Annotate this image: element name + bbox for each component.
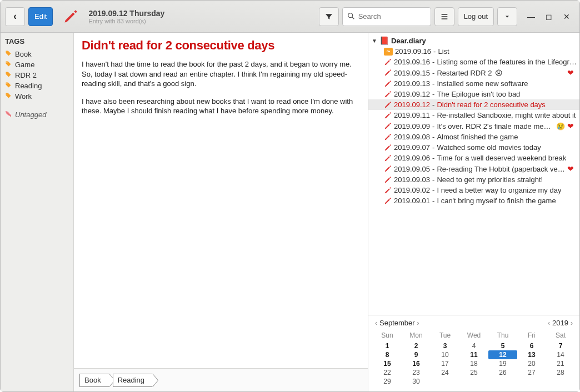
toolbar: ‹ Edit 2019.09.12 Thursday Entry with 83…	[1, 1, 579, 33]
calendar-dow: Sun	[373, 329, 402, 341]
svg-point-2	[7, 52, 8, 53]
search-field[interactable]	[342, 7, 431, 26]
calendar-day[interactable]: 10	[431, 350, 459, 359]
entry-list-item[interactable]: 2019.09.16 - Listing some of the feature…	[368, 57, 579, 67]
entry-list-item[interactable]: 2019.09.12 - Didn't read for 2 consecuti…	[368, 99, 579, 110]
tag-icon	[5, 92, 12, 100]
back-button[interactable]: ‹	[5, 7, 25, 26]
tag-item[interactable]: Reading	[4, 81, 70, 91]
entry-date-title: 2019.09.12 Thursday	[88, 9, 164, 18]
tag-label: Reading	[15, 82, 42, 90]
calendar-day[interactable]: 25	[459, 368, 488, 377]
entry-list-item[interactable]: 2019.09.06 - Time for a well deserved we…	[368, 153, 579, 163]
close-button[interactable]: ✕	[563, 13, 571, 21]
tag-icon	[5, 50, 12, 58]
prev-year-button[interactable]: ‹	[546, 319, 552, 327]
untagged-item[interactable]: Untagged	[4, 109, 70, 120]
calendar-day[interactable]: 5	[488, 341, 517, 350]
pencil-icon	[384, 91, 392, 98]
entry-list-item[interactable]: 2019.09.13 - Installed some new software	[368, 78, 579, 89]
tag-item[interactable]: Book	[4, 49, 70, 59]
applied-tag-chip[interactable]: Reading	[113, 374, 153, 387]
calendar-day[interactable]: 19	[488, 359, 517, 368]
tag-item[interactable]: RDR 2	[4, 70, 70, 81]
next-year-button[interactable]: ›	[568, 319, 575, 327]
calendar-day[interactable]: 27	[517, 368, 546, 377]
entry-list-item[interactable]: 2019.09.12 - The Epilogue isn't too bad	[368, 89, 579, 99]
calendar-day[interactable]: 1	[373, 341, 402, 350]
calendar-day[interactable]: 13	[517, 350, 546, 359]
calendar-day[interactable]: 2	[402, 341, 431, 350]
entry-date: 2019.09.05	[394, 165, 430, 173]
calendar-day[interactable]: 24	[431, 368, 459, 377]
applied-tag-chip[interactable]: Book	[79, 374, 109, 387]
edit-button[interactable]: Edit	[28, 7, 53, 26]
entry-list-item[interactable]: 2019.09.03 - Need to get my priorities s…	[368, 174, 579, 185]
diary-root[interactable]: ▼ 📕 Dear.diary	[368, 35, 579, 46]
calendar-day[interactable]: 22	[373, 368, 402, 377]
calendar-day[interactable]: 26	[488, 368, 517, 377]
entry-list-item[interactable]: 2019.09.05 - Re-reading The Hobbit (pape…	[368, 163, 579, 174]
entry-content[interactable]: Didn't read for 2 consecutive days I hav…	[74, 33, 368, 368]
calendar-day[interactable]: 23	[402, 368, 431, 377]
calendar-day[interactable]: 17	[431, 359, 459, 368]
calendar-day[interactable]: 20	[517, 359, 546, 368]
calendar-day[interactable]: 6	[517, 341, 546, 350]
tag-item[interactable]: Work	[4, 91, 70, 102]
tag-label: Book	[15, 50, 32, 58]
logout-menu-button[interactable]	[497, 7, 517, 26]
entry-date: 2019.09.03	[394, 175, 430, 184]
calendar-month[interactable]: September	[379, 319, 415, 327]
entry-title: Installed some new software	[437, 79, 528, 88]
pencil-icon	[384, 122, 392, 130]
tag-icon	[5, 61, 12, 69]
calendar-day[interactable]: 16	[402, 359, 431, 368]
tag-item[interactable]: Game	[4, 59, 70, 70]
next-month-button[interactable]: ›	[415, 319, 422, 327]
tag-icon	[5, 71, 12, 79]
entry-list-item[interactable]: 2019.09.07 - Watched some old movies tod…	[368, 142, 579, 153]
entry-list-item[interactable]: 2019.09.11 - Re-installed Sandboxie, mig…	[368, 110, 579, 120]
calendar-dow: Mon	[402, 329, 431, 341]
list-icon: ~	[384, 48, 393, 56]
calendar-day[interactable]: 15	[373, 359, 402, 368]
minimize-button[interactable]: —	[527, 13, 535, 21]
calendar-year[interactable]: 2019	[552, 319, 568, 327]
entry-list-item[interactable]: ~2019.09.16 - List	[368, 46, 579, 57]
calendar-day[interactable]: 3	[431, 341, 459, 350]
calendar-day[interactable]: 12	[488, 350, 517, 359]
calendar-day[interactable]: 7	[546, 341, 575, 350]
calendar-day[interactable]: 29	[373, 377, 402, 386]
search-input[interactable]	[342, 7, 431, 26]
menu-button[interactable]	[434, 7, 454, 26]
app-window: ‹ Edit 2019.09.12 Thursday Entry with 83…	[0, 0, 580, 392]
entry-heading: Didn't read for 2 consecutive days	[82, 38, 360, 53]
prev-month-button[interactable]: ‹	[373, 319, 379, 327]
calendar-day[interactable]: 4	[459, 341, 488, 350]
calendar-day[interactable]: 9	[402, 350, 431, 359]
entry-list-item[interactable]: 2019.09.09 - It's over. RDR 2's finale m…	[368, 120, 579, 132]
pencil-icon	[384, 58, 392, 66]
calendar-day[interactable]: 18	[459, 359, 488, 368]
calendar-day[interactable]: 11	[459, 350, 488, 359]
logout-button[interactable]: Log out	[458, 7, 494, 26]
heart-icon: ❤	[567, 122, 577, 130]
pencil-icon	[384, 144, 392, 152]
pencil-icon	[384, 80, 392, 88]
calendar-day[interactable]: 21	[546, 359, 575, 368]
entry-list-item[interactable]: 2019.09.01 - I can't bring myself to fin…	[368, 195, 579, 206]
maximize-button[interactable]: ◻	[545, 13, 553, 21]
filter-button[interactable]	[319, 7, 339, 26]
pencil-icon	[384, 187, 392, 194]
pencil-icon	[384, 197, 392, 205]
entry-title: Need to get my priorities straight!	[437, 175, 543, 184]
calendar-day[interactable]: 14	[546, 350, 575, 359]
calendar-day[interactable]: 28	[546, 368, 575, 377]
entry-title: Didn't read for 2 consecutive days	[437, 100, 545, 109]
entry-list-item[interactable]: 2019.09.15 - Restarted RDR 2☹❤	[368, 67, 579, 78]
entry-list-item[interactable]: 2019.09.02 - I need a better way to orga…	[368, 185, 579, 195]
calendar-day[interactable]: 30	[402, 377, 431, 386]
pencil-icon	[384, 101, 392, 109]
calendar-day[interactable]: 8	[373, 350, 402, 359]
entry-list-item[interactable]: 2019.09.08 - Almost finished the game	[368, 132, 579, 142]
